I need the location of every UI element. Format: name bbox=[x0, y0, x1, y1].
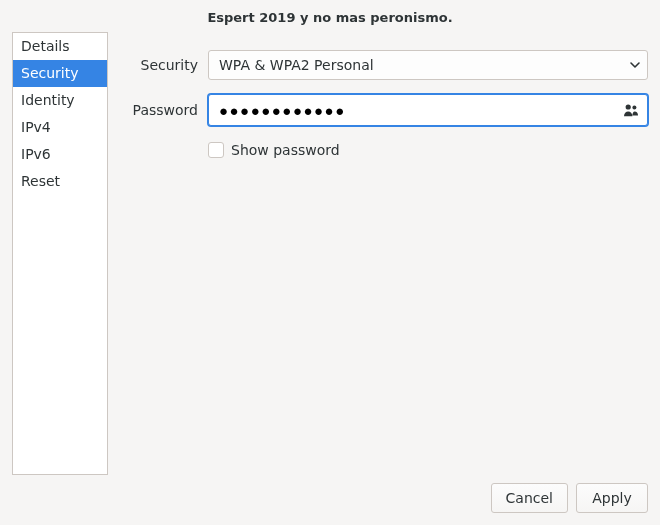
svg-point-0 bbox=[626, 104, 631, 109]
sidebar-item-ipv6[interactable]: IPv6 bbox=[13, 141, 107, 168]
sidebar-item-label: IPv4 bbox=[21, 119, 51, 135]
settings-sidebar: Details Security Identity IPv4 IPv6 Rese… bbox=[12, 32, 108, 475]
sidebar-item-label: Identity bbox=[21, 92, 75, 108]
sidebar-item-label: IPv6 bbox=[21, 146, 51, 162]
window-title: Espert 2019 y no mas peronismo. bbox=[12, 10, 648, 32]
sidebar-item-label: Reset bbox=[21, 173, 60, 189]
users-icon[interactable] bbox=[623, 103, 639, 117]
sidebar-item-label: Details bbox=[21, 38, 70, 54]
show-password-label: Show password bbox=[231, 142, 340, 158]
security-type-value: WPA & WPA2 Personal bbox=[219, 57, 374, 73]
security-type-dropdown[interactable]: WPA & WPA2 Personal bbox=[208, 50, 648, 80]
chevron-down-icon bbox=[629, 59, 641, 71]
wifi-settings-dialog: Espert 2019 y no mas peronismo. Details … bbox=[0, 0, 660, 525]
dialog-footer: Cancel Apply bbox=[12, 475, 648, 513]
sidebar-item-details[interactable]: Details bbox=[13, 33, 107, 60]
password-value-masked: ●●●●●●●●●●●● bbox=[219, 102, 346, 119]
sidebar-item-reset[interactable]: Reset bbox=[13, 168, 107, 195]
apply-button[interactable]: Apply bbox=[576, 483, 648, 513]
password-label: Password bbox=[120, 102, 208, 118]
sidebar-item-ipv4[interactable]: IPv4 bbox=[13, 114, 107, 141]
security-type-row: Security WPA & WPA2 Personal bbox=[120, 50, 648, 80]
cancel-button[interactable]: Cancel bbox=[491, 483, 568, 513]
security-panel: Security WPA & WPA2 Personal Password ●●… bbox=[120, 32, 648, 475]
sidebar-item-identity[interactable]: Identity bbox=[13, 87, 107, 114]
password-input[interactable]: ●●●●●●●●●●●● bbox=[208, 94, 648, 126]
sidebar-item-label: Security bbox=[21, 65, 79, 81]
security-type-label: Security bbox=[120, 57, 208, 73]
svg-point-1 bbox=[632, 105, 636, 109]
sidebar-item-security[interactable]: Security bbox=[13, 60, 107, 87]
show-password-row: Show password bbox=[120, 140, 648, 158]
dialog-body: Details Security Identity IPv4 IPv6 Rese… bbox=[12, 32, 648, 475]
show-password-checkbox[interactable] bbox=[208, 142, 224, 158]
password-row: Password ●●●●●●●●●●●● bbox=[120, 94, 648, 126]
